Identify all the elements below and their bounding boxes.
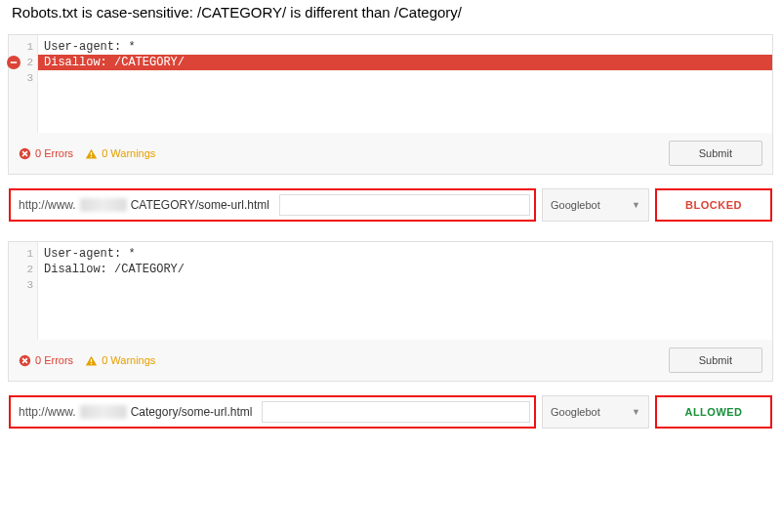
line-gutter: 1 2 3 bbox=[9, 242, 38, 340]
robots-test-block: 1 2 3 User-agent: * Disallow: /CATEGORY/ bbox=[8, 34, 773, 222]
errors-count: 0 Errors bbox=[19, 147, 73, 160]
svg-rect-2 bbox=[91, 151, 92, 154]
bot-selector[interactable]: Googlebot ▼ bbox=[542, 188, 649, 222]
code-line: User-agent: * bbox=[38, 246, 772, 262]
chevron-down-icon: ▼ bbox=[632, 200, 640, 210]
url-input[interactable] bbox=[262, 401, 530, 423]
bot-selector[interactable]: Googlebot ▼ bbox=[542, 395, 649, 429]
url-input[interactable] bbox=[279, 194, 530, 216]
warnings-count: 0 Warnings bbox=[85, 147, 155, 160]
url-domain-redacted bbox=[80, 198, 127, 212]
code-line bbox=[38, 277, 772, 293]
line-number: 1 bbox=[9, 39, 37, 55]
code-line: Disallow: /CATEGORY/ bbox=[38, 262, 772, 277]
robots-test-block: 1 2 3 User-agent: * Disallow: /CATEGORY/… bbox=[8, 241, 773, 429]
chevron-down-icon: ▼ bbox=[632, 407, 640, 417]
code-editor[interactable]: 1 2 3 User-agent: * Disallow: /CATEGORY/ bbox=[9, 242, 772, 340]
svg-rect-0 bbox=[11, 61, 17, 63]
code-line: User-agent: * bbox=[38, 39, 772, 55]
errors-count: 0 Errors bbox=[19, 354, 73, 367]
code-line-highlighted: Disallow: /CATEGORY/ bbox=[38, 55, 772, 70]
warning-triangle-icon bbox=[85, 147, 98, 160]
line-number: 3 bbox=[9, 70, 37, 86]
submit-button[interactable]: Submit bbox=[669, 348, 762, 373]
code-content[interactable]: User-agent: * Disallow: /CATEGORY/ bbox=[38, 242, 772, 340]
warnings-count: 0 Warnings bbox=[85, 354, 155, 367]
status-bar: 0 Errors 0 Warnings Submit bbox=[9, 340, 772, 381]
error-circle-icon bbox=[19, 354, 31, 367]
url-path: CATEGORY/some-url.html bbox=[129, 194, 271, 216]
no-entry-icon bbox=[7, 56, 21, 69]
url-prefix: http://www. bbox=[13, 194, 78, 216]
page-title: Robots.txt is case-sensitive: /CATEGORY/… bbox=[8, 4, 773, 20]
line-number: 3 bbox=[9, 277, 37, 293]
line-gutter: 1 2 3 bbox=[9, 35, 38, 133]
bot-selected-label: Googlebot bbox=[551, 406, 600, 418]
svg-rect-3 bbox=[91, 155, 92, 156]
warning-triangle-icon bbox=[85, 354, 98, 367]
error-circle-icon bbox=[19, 147, 31, 160]
submit-button[interactable]: Submit bbox=[669, 141, 762, 166]
result-status: ALLOWED bbox=[655, 395, 772, 429]
code-editor[interactable]: 1 2 3 User-agent: * Disallow: /CATEGORY/ bbox=[9, 35, 772, 133]
code-panel: 1 2 3 User-agent: * Disallow: /CATEGORY/ bbox=[8, 34, 773, 175]
line-number: 2 bbox=[9, 262, 37, 277]
svg-rect-5 bbox=[91, 358, 92, 361]
bot-selected-label: Googlebot bbox=[551, 199, 600, 211]
code-line bbox=[38, 70, 772, 86]
url-domain-redacted bbox=[80, 405, 127, 419]
url-input-group: http://www. Category/some-url.html bbox=[9, 395, 536, 429]
url-prefix: http://www. bbox=[13, 401, 78, 423]
result-status: BLOCKED bbox=[655, 188, 772, 222]
url-test-row: http://www. Category/some-url.html Googl… bbox=[8, 395, 773, 429]
code-panel: 1 2 3 User-agent: * Disallow: /CATEGORY/… bbox=[8, 241, 773, 382]
url-input-group: http://www. CATEGORY/some-url.html bbox=[9, 188, 536, 222]
status-bar: 0 Errors 0 Warnings Submit bbox=[9, 133, 772, 174]
line-number: 1 bbox=[9, 246, 37, 262]
code-content[interactable]: User-agent: * Disallow: /CATEGORY/ bbox=[38, 35, 772, 133]
url-path: Category/some-url.html bbox=[129, 401, 255, 423]
line-number: 2 bbox=[9, 55, 37, 70]
url-test-row: http://www. CATEGORY/some-url.html Googl… bbox=[8, 188, 773, 222]
svg-rect-6 bbox=[91, 362, 92, 363]
